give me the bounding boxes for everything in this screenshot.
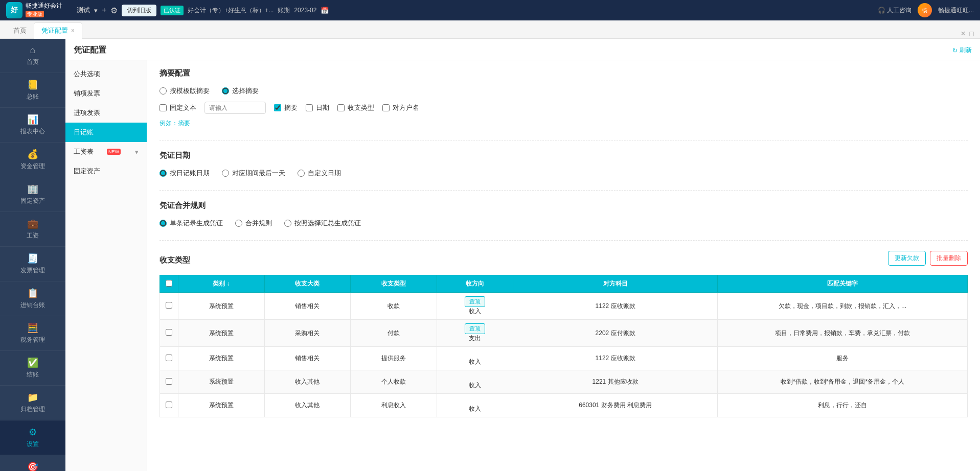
sidebar-item-purchase-sales[interactable]: 📋 进销台账 [0,281,65,316]
table-actions: 更新欠款 批量删除 [888,251,968,266]
maximize-window-icon[interactable]: □ [970,30,974,38]
cell-keywords-1: 项目，日常费用，报销款，车费，承兑汇票，付款 [718,320,968,347]
sidebar-item-salary[interactable]: 💼 工资 [0,212,65,247]
sidebar-label-funds: 资金管理 [20,162,45,171]
select-all-checkbox[interactable] [166,280,172,287]
cell-direction-0: 置顶收入 [437,293,513,320]
radio-period-last[interactable]: 对应期间最后一天 [222,169,285,178]
left-nav-sales-invoice[interactable]: 销项发票 [65,84,147,103]
sidebar-item-report[interactable]: 📊 报表中心 [0,108,65,143]
username[interactable]: 畅捷通旺旺... [938,6,974,15]
radio-merge-rule[interactable]: 合并规则 [235,219,272,228]
col-income-type: 收支类型 [351,275,437,293]
refresh-button[interactable]: ↻ 刷新 [952,46,972,55]
cell-major-type-0: 销售相关 [264,293,351,320]
cell-keywords-4: 利息，行行，还自 [718,394,968,417]
sidebar-item-funds[interactable]: 💰 资金管理 [0,143,65,177]
sidebar: ⌂ 首页 📒 总账 📊 报表中心 💰 资金管理 🏢 固定资产 💼 工资 🧾 发票… [0,39,65,471]
tab-home[interactable]: 首页 [6,23,34,38]
radio-single-record[interactable]: 单条记录生成凭证 [159,219,223,228]
cell-direction-1: 置顶支出 [437,320,513,347]
sidebar-item-home[interactable]: ⌂ 首页 [0,39,65,73]
sidebar-item-guide[interactable]: 🎯 新手引导 [0,455,65,471]
period-value: 2023-02 [294,7,316,14]
radio-select-summary[interactable]: 选择摘要 [222,86,259,96]
radio-template-summary[interactable]: 按模板版摘要 [159,86,210,96]
sidebar-item-fixed-assets[interactable]: 🏢 固定资产 [0,177,65,212]
refresh-icon: ↻ [952,47,958,54]
purchase-sales-icon: 📋 [27,288,38,299]
left-nav: 公共选项 销项发票 进项发票 日记账 工资表 NEW ▾ 固定资产 [65,60,147,471]
sidebar-item-archive[interactable]: 📁 归档管理 [0,386,65,420]
sidebar-item-settlement[interactable]: ✅ 结账 [0,351,65,386]
cell-keywords-3: 收到*借款，收到*备用金，退回*备用金，个人 [718,370,968,394]
guide-icon: 🎯 [27,461,38,471]
fixed-assets-icon: 🏢 [27,183,38,195]
sidebar-label-fixed-assets: 固定资产 [20,197,45,205]
table-row: 系统预置 销售相关 收款 置顶收入 1122 应收账款 欠款，现金，项目款，到款… [160,293,968,320]
left-nav-public[interactable]: 公共选项 [65,64,147,84]
sidebar-item-ledger[interactable]: 📒 总账 [0,73,65,108]
cell-subject-4: 660301 财务费用 利息费用 [513,394,718,417]
tab-bar: 首页 凭证配置 × × □ [0,20,980,39]
sidebar-label-purchase-sales: 进销台账 [20,301,45,310]
cell-direction-3: 收入 [437,370,513,394]
radio-summary-generate[interactable]: 按照选择汇总生成凭证 [284,219,361,228]
company-name[interactable]: 测试 [77,6,90,15]
checkbox-summary[interactable]: 摘要 [274,103,298,112]
cell-direction-4: 收入 [437,394,513,417]
cell-category-4: 系统预置 [178,394,265,417]
close-window-icon[interactable]: × [961,29,965,38]
row-checkbox-1[interactable] [166,329,172,336]
avatar[interactable]: 畅 [918,3,932,17]
gear-icon[interactable]: ⚙ [110,6,118,15]
left-nav-fixed-assets[interactable]: 固定资产 [65,161,147,181]
cell-income-type-0: 收款 [351,293,437,320]
sidebar-label-tax: 税务管理 [20,336,45,344]
checkbox-payment-type[interactable]: 收支类型 [337,103,374,112]
col-direction: 收方向 [437,275,513,293]
income-table: 类别 ↓ 收支大类 收支类型 收方向 对方科目 匹配关键字 系统预置 销售相关 … [159,275,968,417]
help-link[interactable]: 🎧 人工咨询 [878,6,911,15]
tab-close-icon[interactable]: × [71,27,75,34]
fixed-text-input[interactable] [204,102,266,114]
radio-journal-date[interactable]: 按日记账日期 [159,169,210,178]
row-checkbox-2[interactable] [166,355,172,361]
summary-section-title: 摘要配置 [159,68,968,78]
tab-voucher-config[interactable]: 凭证配置 × [34,22,82,39]
page-header: 凭证配置 ↻ 刷新 [65,39,980,60]
top-tag-btn-1[interactable]: 置顶 [465,323,485,334]
sidebar-label-settings: 设置 [27,440,39,449]
top-bar-right: 🎧 人工咨询 畅 畅捷通旺旺... [878,3,974,17]
settings-content: 摘要配置 按模板版摘要 选择摘要 [147,60,980,471]
checkbox-counterparty[interactable]: 对方户名 [382,103,419,112]
sidebar-item-invoice[interactable]: 🧾 发票管理 [0,247,65,281]
certified-badge: 已认证 [161,6,184,15]
left-nav-purchase-invoice[interactable]: 进项发票 [65,103,147,123]
switch-version-button[interactable]: 切到旧版 [122,5,156,16]
update-button[interactable]: 更新欠款 [888,251,926,266]
cell-major-type-3: 收入其他 [264,370,351,394]
chevron-down-icon[interactable]: ▾ [94,7,98,14]
summary-section: 摘要配置 按模板版摘要 选择摘要 [159,68,968,128]
table-header-row: 类别 ↓ 收支大类 收支类型 收方向 对方科目 匹配关键字 [160,275,968,293]
top-tag-btn-0[interactable]: 置顶 [465,296,485,307]
checkbox-date[interactable]: 日期 [306,103,329,112]
ledger-icon: 📒 [27,79,38,90]
left-nav-payroll[interactable]: 工资表 NEW ▾ [65,142,147,161]
sidebar-item-settings[interactable]: ⚙ 设置 [0,420,65,455]
row-checkbox-0[interactable] [166,302,172,309]
calendar-icon[interactable]: 📅 [321,7,329,14]
row-checkbox-4[interactable] [166,402,172,408]
radio-custom-date[interactable]: 自定义日期 [298,169,341,178]
checkbox-fixed-text[interactable]: 固定文本 [159,103,196,112]
summary-radio-group: 按模板版摘要 选择摘要 [159,86,968,96]
left-nav-journal[interactable]: 日记账 [65,123,147,142]
sidebar-item-tax[interactable]: 🧮 税务管理 [0,316,65,351]
row-checkbox-3[interactable] [166,378,172,385]
sidebar-label-settlement: 结账 [27,370,39,379]
add-icon[interactable]: + [102,6,106,15]
batch-delete-button[interactable]: 批量删除 [930,251,968,266]
period-label: 账期 [278,6,290,15]
summary-checkbox-row: 固定文本 摘要 日期 收支类型 [159,102,968,114]
